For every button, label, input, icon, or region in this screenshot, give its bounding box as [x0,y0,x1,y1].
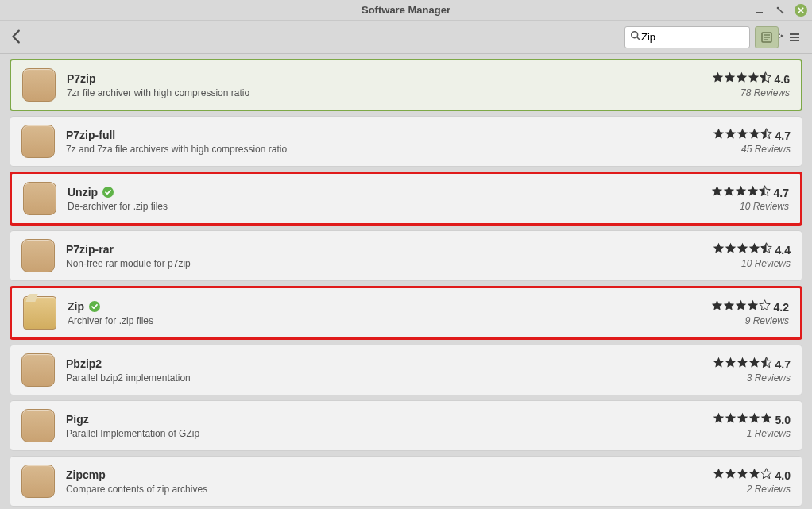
package-info: PigzParallel Implementation of GZip [66,413,713,439]
package-rating: 4.678 Reviews [712,71,790,98]
rating-number: 4.6 [775,73,790,86]
results-list[interactable]: P7zip7zr file archiver with high compres… [0,54,812,509]
package-rating: 4.745 Reviews [713,128,791,155]
package-name: Unzip [68,186,98,199]
package-row[interactable]: UnzipDe-archiver for .zip files4.710 Rev… [10,172,802,226]
package-info: Pbzip2Parallel bzip2 implementation [66,357,713,384]
rating-number: 4.7 [774,187,789,199]
package-info: P7zip7zr file archiver with high compres… [67,72,712,98]
stars-icon [712,71,771,83]
svg-line-3 [778,8,783,13]
archive-icon [23,296,56,330]
package-row[interactable]: P7zip-full7z and 7za file archivers with… [10,116,802,167]
package-rating: 4.410 Reviews [713,242,791,269]
package-rating: 5.01 Reviews [713,412,791,439]
package-row[interactable]: Pbzip2Parallel bzip2 implementation4.73 … [10,345,802,395]
package-icon [21,465,55,498]
package-name: P7zip [67,72,96,85]
minimize-button[interactable] [753,4,766,17]
package-rating: 4.02 Reviews [713,468,791,495]
package-name: Zip [68,300,84,313]
review-count: 10 Reviews [711,201,789,212]
rating-number: 4.7 [775,129,791,142]
search-icon [630,30,641,44]
review-count: 3 Reviews [713,372,791,384]
package-info: ZipcmpCompare contents of zip archives [66,469,713,495]
installed-check-icon [102,187,114,198]
package-info: P7zip-full7z and 7za file archivers with… [66,129,713,155]
review-count: 10 Reviews [713,258,791,269]
stars-icon [713,128,772,140]
package-icon [21,239,55,272]
package-row[interactable]: PigzParallel Implementation of GZip5.01 … [10,400,802,451]
review-count: 2 Reviews [713,484,791,495]
close-button[interactable] [795,4,807,17]
package-info: P7zip-rarNon-free rar module for p7zip [66,243,713,269]
package-icon [23,182,56,215]
review-count: 1 Reviews [713,428,791,439]
svg-line-7 [637,37,640,40]
maximize-button[interactable] [774,4,787,17]
rating-number: 5.0 [775,414,791,426]
toolbar [0,21,812,54]
package-name: Pbzip2 [66,357,102,370]
stars-icon [711,185,771,197]
stars-icon [713,242,772,254]
package-rating: 4.73 Reviews [713,357,791,384]
window-title: Software Manager [362,4,450,16]
package-icon [21,125,55,158]
menu-button[interactable] [785,28,804,47]
package-icon [21,409,55,442]
package-description: 7z and 7za file archivers with high comp… [66,144,713,155]
rating-number: 4.7 [775,358,791,371]
stars-icon [713,468,772,480]
package-description: Non-free rar module for p7zip [66,258,713,269]
package-name: P7zip-rar [66,243,114,256]
package-row[interactable]: P7zip7zr file archiver with high compres… [10,59,802,111]
stars-icon [711,299,771,311]
rating-number: 4.2 [774,301,789,314]
view-toggle-button[interactable] [755,26,779,48]
package-row[interactable]: P7zip-rarNon-free rar module for p7zip4.… [10,230,802,281]
package-row[interactable]: ZipcmpCompare contents of zip archives4.… [10,456,802,507]
window-controls [753,4,807,17]
rating-number: 4.0 [775,469,791,482]
package-description: Parallel bzip2 implementation [66,372,713,384]
review-count: 45 Reviews [713,144,791,155]
installed-check-icon [89,301,100,312]
back-button[interactable] [8,28,27,47]
review-count: 9 Reviews [711,315,789,326]
package-description: 7zr file archiver with high compression … [67,87,712,98]
package-icon [22,68,56,102]
svg-point-6 [632,32,638,38]
package-rating: 4.710 Reviews [711,185,789,212]
package-description: Archiver for .zip files [68,315,711,326]
package-description: De-archiver for .zip files [68,201,711,212]
package-info: ZipArchiver for .zip files [68,300,711,326]
package-icon [21,353,55,387]
search-box[interactable] [624,26,750,48]
package-description: Parallel Implementation of GZip [66,428,713,439]
stars-icon [713,412,772,424]
rating-number: 4.4 [775,244,791,256]
package-name: Zipcmp [66,469,106,481]
stars-icon [713,357,772,368]
package-info: UnzipDe-archiver for .zip files [68,186,711,212]
package-description: Compare contents of zip archives [66,484,713,495]
package-name: Pigz [66,413,89,426]
package-rating: 4.29 Reviews [711,299,789,326]
titlebar: Software Manager [0,0,812,21]
package-row[interactable]: ZipArchiver for .zip files4.29 Reviews [10,286,802,340]
review-count: 78 Reviews [712,87,790,98]
package-name: P7zip-full [66,129,115,141]
